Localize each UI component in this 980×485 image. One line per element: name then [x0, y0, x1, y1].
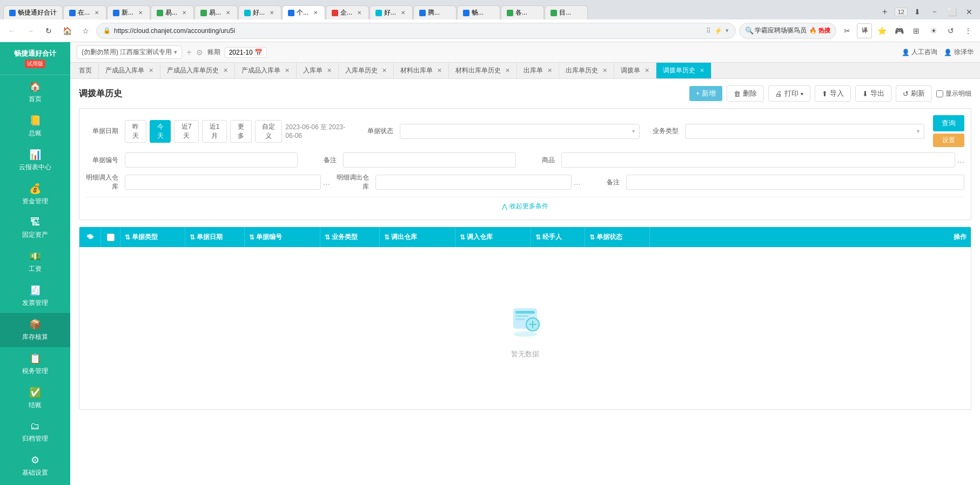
filter-settings-btn[interactable]: 设置: [933, 134, 964, 147]
sidebar-item-tax[interactable]: 📋 税务管理: [0, 347, 70, 381]
theme-icon[interactable]: ☀: [926, 23, 941, 38]
remark-filter-input[interactable]: [343, 152, 516, 168]
reload-btn[interactable]: ↻: [41, 23, 56, 38]
page-tab-close[interactable]: ✕: [285, 67, 290, 74]
browser-tab-1[interactable]: 在... ✕: [63, 5, 106, 19]
detail-out-input[interactable]: [375, 175, 572, 190]
sidebar-item-invoice[interactable]: 🧾 发票管理: [0, 279, 70, 313]
show-all-checkbox[interactable]: [936, 90, 943, 97]
num-filter-input[interactable]: [125, 152, 298, 168]
minimize-btn[interactable]: －: [927, 4, 942, 19]
date-more-btn[interactable]: 更多: [230, 120, 252, 143]
page-tab-0[interactable]: 首页: [72, 63, 99, 78]
browser-tab-2[interactable]: 新... ✕: [107, 5, 150, 19]
biztype-filter-select[interactable]: ▾: [685, 124, 924, 139]
sidebar-item-stock[interactable]: 📦 库存核算: [0, 313, 70, 347]
page-tab-10[interactable]: 调拨单 ✕: [614, 63, 656, 78]
print-btn[interactable]: 🖨 打印 ▾: [768, 85, 810, 102]
show-all-toggle[interactable]: 显示明细: [936, 89, 971, 98]
browser-tab-10[interactable]: 畅...: [457, 5, 500, 19]
sidebar-item-settle[interactable]: ✅ 结账: [0, 381, 70, 415]
page-tab-11[interactable]: 调拨单历史 ✕: [656, 63, 711, 78]
history-icon[interactable]: ↺: [943, 23, 958, 38]
sidebar-item-fund[interactable]: 💰 资金管理: [0, 177, 70, 211]
browser-tab-12[interactable]: 目...: [545, 5, 588, 19]
col-header-num[interactable]: ⇅ 单据编号: [245, 227, 320, 247]
goods-filter-input[interactable]: [561, 152, 955, 168]
address-bar[interactable]: 🔒 https://cloud.chanjet.com/accounting/u…: [96, 23, 736, 39]
forward-btn[interactable]: →: [23, 23, 38, 38]
browser-tab-3[interactable]: 易... ✕: [151, 5, 194, 19]
date-7days-btn[interactable]: 近7天: [174, 120, 199, 143]
address-dropdown[interactable]: ▾: [726, 27, 729, 34]
downloads-icon[interactable]: ⬇: [910, 4, 925, 19]
table-select-all-cell[interactable]: [101, 228, 120, 247]
page-tab-close[interactable]: ✕: [602, 67, 607, 74]
page-tab-8[interactable]: 出库单 ✕: [517, 63, 559, 78]
maximize-btn[interactable]: ⬜: [944, 4, 959, 19]
detail-out-dots[interactable]: ...: [574, 177, 581, 187]
apps-icon[interactable]: ⊞: [909, 23, 924, 38]
col-header-type[interactable]: ⇅ 单据类型: [120, 227, 185, 247]
sidebar-item-archive[interactable]: 🗂 归档管理: [0, 415, 70, 449]
delete-btn[interactable]: 🗑 删除: [727, 85, 764, 102]
date-yesterday-btn[interactable]: 昨天: [125, 120, 146, 143]
page-tab-4[interactable]: 入库单 ✕: [297, 63, 339, 78]
menu-icon[interactable]: ⋮: [961, 23, 976, 38]
page-tab-close[interactable]: ✕: [437, 67, 442, 74]
export-btn[interactable]: ⬇ 导出: [855, 85, 891, 102]
tab-close-btn[interactable]: ✕: [312, 9, 319, 17]
page-tab-close[interactable]: ✕: [223, 67, 228, 74]
period-value[interactable]: 2021-10 📅: [225, 47, 267, 58]
browser-tab-7[interactable]: 企... ✕: [326, 5, 369, 19]
home-btn[interactable]: 🏠: [59, 23, 75, 38]
close-window-btn[interactable]: ✕: [962, 4, 977, 19]
detail-in-dots[interactable]: ...: [323, 177, 330, 187]
select-all-checkbox[interactable]: [107, 234, 115, 241]
status-filter-select[interactable]: ▾: [400, 124, 639, 139]
tab-close-btn[interactable]: ✕: [180, 9, 188, 17]
tab-close-btn[interactable]: ✕: [137, 9, 144, 17]
tab-close-btn[interactable]: ✕: [399, 9, 407, 17]
page-tab-close[interactable]: ✕: [547, 67, 552, 74]
page-tab-2[interactable]: 产成品入库单历史 ✕: [160, 63, 235, 78]
col-header-date[interactable]: ⇅ 单据日期: [185, 227, 245, 247]
sidebar-item-guide[interactable]: 📖 新手引导: [0, 483, 70, 485]
game-icon[interactable]: 🎮: [891, 23, 907, 38]
star-icon[interactable]: ⭐: [874, 23, 889, 38]
page-tab-close[interactable]: ✕: [327, 67, 332, 74]
browser-tab-11[interactable]: 各...: [501, 5, 544, 19]
tab-close-btn[interactable]: ✕: [93, 9, 100, 17]
refresh-btn[interactable]: ↺ 刷新: [896, 85, 932, 102]
browser-tab-4[interactable]: 易... ✕: [194, 5, 238, 19]
col-header-biztype[interactable]: ⇅ 业务类型: [320, 227, 380, 247]
tab-close-btn[interactable]: ✕: [224, 9, 232, 17]
goods-filter-dots[interactable]: ...: [957, 155, 964, 165]
company-selector[interactable]: (勿删勿禁用) 江西服宝测试专用 ▾: [77, 45, 182, 59]
page-tab-6[interactable]: 材料出库单 ✕: [394, 63, 449, 78]
browser-tab-0[interactable]: 畅捷通好合计: [3, 5, 63, 19]
sidebar-item-settings[interactable]: ⚙ 基础设置: [0, 449, 70, 483]
translate-icon[interactable]: 译: [857, 23, 872, 38]
tab-close-btn[interactable]: ✕: [355, 9, 363, 17]
date-today-btn[interactable]: 今天: [150, 120, 171, 143]
col-header-in[interactable]: ⇅ 调入仓库: [455, 227, 531, 247]
collapse-filter-btn[interactable]: ⋀ 收起更多条件: [502, 200, 548, 213]
page-tab-1[interactable]: 产成品入库单 ✕: [99, 63, 160, 78]
col-header-status[interactable]: ⇅ 单据状态: [585, 227, 650, 247]
back-btn[interactable]: ←: [4, 23, 19, 38]
sidebar-item-home[interactable]: 🏠 首页: [0, 75, 70, 109]
date-custom-btn[interactable]: 自定义: [255, 120, 283, 143]
new-btn[interactable]: + 新增: [689, 86, 722, 101]
page-tab-close[interactable]: ✕: [505, 67, 510, 74]
detail-remark-input[interactable]: [626, 175, 964, 190]
browser-tab-8[interactable]: 好... ✕: [370, 5, 413, 19]
new-tab-btn[interactable]: +: [877, 4, 892, 19]
page-tab-3[interactable]: 产成品入库单 ✕: [235, 63, 297, 78]
browser-tab-5[interactable]: 好... ✕: [238, 5, 281, 19]
user-info[interactable]: 👤 徐泽华: [944, 48, 974, 57]
col-header-handler[interactable]: ⇅ 经手人: [531, 227, 585, 247]
add-company-btn[interactable]: +: [186, 48, 191, 57]
settings-gear-icon[interactable]: ⚙: [196, 48, 203, 57]
page-tab-7[interactable]: 材料出库单历史 ✕: [449, 63, 517, 78]
